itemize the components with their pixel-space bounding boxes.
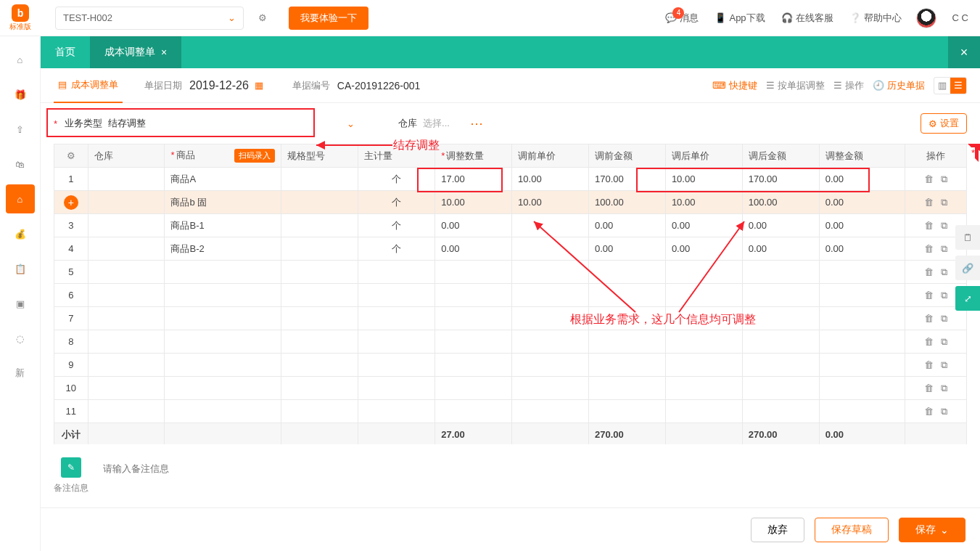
remarks-input[interactable]	[103, 457, 967, 480]
copy-icon[interactable]: ⧉	[941, 197, 947, 208]
upload-icon: ⇧	[16, 124, 24, 135]
tab-close-icon[interactable]: ×	[161, 46, 167, 58]
delete-icon[interactable]: 🗑	[924, 197, 934, 208]
copy-icon[interactable]: ⧉	[941, 406, 947, 417]
copy-icon[interactable]: ⧉	[941, 359, 947, 371]
scan-input-tag[interactable]: 扫码录入	[234, 149, 275, 163]
table-row[interactable]: 4商品B-2个0.000.000.000.000.00🗑⧉	[54, 237, 967, 261]
table-row[interactable]: 10🗑⧉	[54, 377, 967, 400]
copy-icon[interactable]: ⧉	[941, 336, 947, 348]
data-table: ⚙ 仓库 商品扫码录入 规格型号 主计量 调整数量 调前单价 调前金额 调后单价…	[41, 144, 980, 444]
trial-button[interactable]: 我要体验一下	[289, 7, 368, 30]
col-post-amount[interactable]: 调后金额	[742, 144, 819, 168]
copy-icon[interactable]: ⧉	[941, 174, 947, 185]
nav-gift[interactable]: 🎁	[6, 80, 35, 109]
col-product[interactable]: 商品扫码录入	[165, 144, 281, 168]
view-list-icon[interactable]: ☰	[950, 78, 966, 94]
table-row[interactable]: 3商品B-1个0.000.000.000.000.00🗑⧉	[54, 214, 967, 237]
more-icon[interactable]: ⋯	[470, 115, 483, 131]
delete-icon[interactable]: 🗑	[924, 383, 934, 394]
nav-bag[interactable]: 🛍	[6, 150, 35, 179]
table-row[interactable]: 7🗑⧉	[54, 307, 967, 330]
messages-button[interactable]: 💬 4 消息	[665, 12, 699, 25]
user-name[interactable]: C C	[952, 12, 968, 23]
copy-icon[interactable]: ⧉	[941, 266, 947, 278]
clipboard-icon: 📋	[15, 264, 26, 274]
nav-ring[interactable]: ◌	[6, 324, 35, 353]
user-avatar[interactable]	[916, 8, 936, 28]
nav-home[interactable]: ⌂	[6, 45, 35, 74]
col-adj-amount[interactable]: 调整金额	[819, 144, 905, 168]
table-row[interactable]: 6🗑⧉	[54, 284, 967, 307]
view-toggle[interactable]: ▥ ☰	[934, 77, 967, 94]
table-row[interactable]: 5🗑⧉	[54, 261, 967, 284]
workspace-tabs: 首页 成本调整单 × ×	[41, 36, 980, 68]
col-pre-price[interactable]: 调前单价	[512, 144, 589, 168]
delete-icon[interactable]: 🗑	[924, 336, 934, 348]
tab-cost-adjust[interactable]: 成本调整单 ×	[90, 36, 181, 68]
copy-icon[interactable]: ⧉	[941, 313, 947, 325]
discard-button[interactable]: 放弃	[751, 518, 804, 542]
org-selector-value: TEST-H002	[63, 12, 112, 23]
table-row[interactable]: 11🗑⧉	[54, 400, 967, 423]
nav-upload[interactable]: ⇧	[6, 115, 35, 144]
date-label: 单据日期	[144, 79, 182, 92]
remarks-label: ✎ 备注信息	[54, 457, 88, 494]
org-selector[interactable]: TEST-H002 ⌄	[55, 7, 244, 30]
delete-icon[interactable]: 🗑	[924, 313, 934, 325]
copy-icon[interactable]: ⧉	[941, 383, 947, 394]
app-download-button[interactable]: 📱 App下载	[715, 12, 765, 25]
table-row[interactable]: 1商品A个17.0010.00170.0010.00170.000.00🗑⧉	[54, 168, 967, 191]
col-warehouse[interactable]: 仓库	[88, 144, 165, 168]
shortcut-button[interactable]: ⌨快捷键	[712, 79, 757, 92]
rail-link-button[interactable]: 🔗	[955, 256, 980, 280]
delete-icon[interactable]: 🗑	[924, 266, 934, 278]
note-icon: ✎	[61, 457, 81, 478]
table-row[interactable]: 9🗑⧉	[54, 354, 967, 377]
copy-icon[interactable]: ⧉	[941, 243, 947, 255]
rail-note-button[interactable]: 🗒	[955, 225, 980, 250]
save-draft-button[interactable]: 保存草稿	[815, 518, 889, 542]
rail-expand-button[interactable]: ⤢	[955, 286, 980, 311]
table-row[interactable]: 8🗑⧉	[54, 330, 967, 354]
table-header-row: ⚙ 仓库 商品扫码录入 规格型号 主计量 调整数量 调前单价 调前金额 调后单价…	[54, 144, 967, 168]
nav-new[interactable]: 新	[6, 359, 35, 388]
history-button[interactable]: 🕘历史单据	[873, 79, 925, 92]
by-doc-adjust-button[interactable]: ☰按单据调整	[766, 79, 825, 92]
help-center-button[interactable]: ❔ 帮助中心	[849, 12, 902, 25]
tabs-close-all[interactable]: ×	[948, 36, 980, 68]
date-value[interactable]: 2019-12-26	[189, 79, 249, 92]
view-card-icon[interactable]: ▥	[934, 78, 950, 94]
col-unit[interactable]: 主计量	[358, 144, 435, 168]
copy-icon[interactable]: ⧉	[941, 220, 947, 232]
delete-icon[interactable]: 🗑	[924, 174, 934, 185]
tab-home[interactable]: 首页	[41, 36, 90, 68]
delete-icon[interactable]: 🗑	[924, 406, 934, 417]
nav-contact[interactable]: ▣	[6, 289, 35, 318]
nav-clipboard[interactable]: 📋	[6, 254, 35, 283]
col-spec[interactable]: 规格型号	[281, 144, 358, 168]
nav-warehouse[interactable]: ⌂	[6, 184, 35, 213]
filter-row: * 业务类型 结存调整 ⌄ 仓库 选择... ⋯ ⚙ 设置	[41, 103, 980, 144]
col-adj-qty[interactable]: 调整数量	[435, 144, 512, 168]
col-pre-amount[interactable]: 调前金额	[588, 144, 665, 168]
save-button[interactable]: 保存⌄	[899, 518, 965, 542]
copy-icon[interactable]: ⧉	[941, 290, 947, 301]
online-service-button[interactable]: 🎧 在线客服	[781, 12, 833, 25]
add-row-button[interactable]: +	[64, 195, 78, 210]
delete-icon[interactable]: 🗑	[924, 220, 934, 232]
org-settings-button[interactable]: ⚙	[251, 7, 274, 30]
delete-icon[interactable]: 🗑	[924, 243, 934, 255]
document-title-tab[interactable]: ▤ 成本调整单	[54, 68, 123, 103]
table-row[interactable]: +商品b 固个10.0010.00100.0010.00100.000.00🗑⧉	[54, 191, 967, 214]
calendar-icon[interactable]: ▦	[255, 80, 263, 91]
delete-icon[interactable]: 🗑	[924, 359, 934, 371]
delete-icon[interactable]: 🗑	[924, 290, 934, 301]
column-settings[interactable]: ⚙	[54, 144, 88, 168]
operate-button[interactable]: ☰操作	[833, 79, 864, 92]
nav-money[interactable]: 💰	[6, 219, 35, 248]
settings-button[interactable]: ⚙ 设置	[921, 113, 967, 134]
warehouse-select[interactable]: 仓库 选择... ⋯	[398, 115, 483, 131]
business-type-select[interactable]: * 业务类型 结存调整 ⌄	[54, 117, 355, 130]
col-post-price[interactable]: 调后单价	[665, 144, 742, 168]
